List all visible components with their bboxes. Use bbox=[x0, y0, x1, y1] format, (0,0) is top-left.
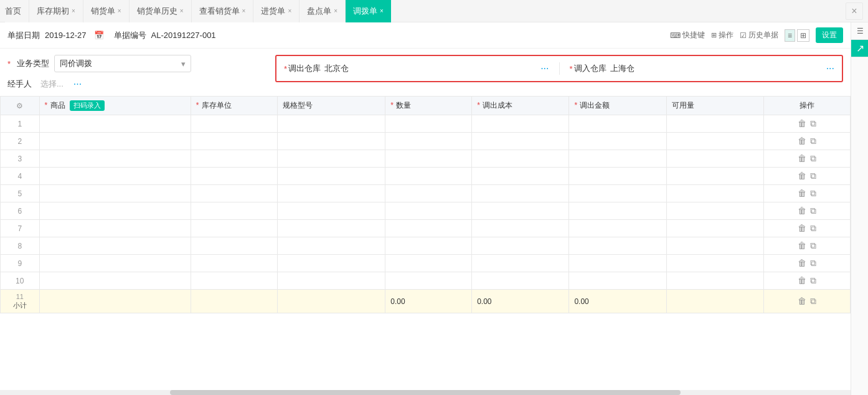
close-icon[interactable]: × bbox=[180, 7, 184, 14]
person-select[interactable]: 选择... bbox=[40, 79, 64, 90]
close-icon[interactable]: × bbox=[288, 7, 291, 14]
spec-cell[interactable] bbox=[277, 133, 385, 150]
copy-icon[interactable]: ⧉ bbox=[810, 171, 816, 181]
calendar-icon[interactable]: 📅 bbox=[94, 31, 104, 40]
delete-icon[interactable]: 🗑 bbox=[798, 240, 806, 251]
scan-button[interactable]: 扫码录入 bbox=[70, 100, 105, 111]
operation-button[interactable]: ⊞ 操作 bbox=[711, 30, 734, 40]
delete-icon[interactable]: 🗑 bbox=[798, 206, 806, 216]
copy-icon[interactable]: ⧉ bbox=[810, 188, 816, 199]
cost-cell[interactable] bbox=[472, 168, 569, 185]
scrollbar-thumb[interactable] bbox=[170, 390, 681, 395]
spec-cell[interactable] bbox=[277, 115, 385, 133]
copy-icon[interactable]: ⧉ bbox=[810, 153, 816, 164]
cost-cell[interactable] bbox=[472, 272, 569, 290]
copy-icon[interactable]: ⧉ bbox=[810, 258, 816, 269]
copy-icon[interactable]: ⧉ bbox=[810, 136, 816, 146]
tab-inventory-check[interactable]: 盘点单 × bbox=[300, 0, 346, 22]
tab-home[interactable]: 首页 bbox=[5, 0, 29, 22]
unit-cell[interactable] bbox=[191, 168, 277, 185]
unit-cell[interactable] bbox=[191, 255, 277, 272]
amount-cell[interactable] bbox=[569, 272, 666, 290]
qty-cell[interactable] bbox=[385, 202, 472, 220]
amount-cell[interactable] bbox=[569, 220, 666, 237]
delete-icon[interactable]: 🗑 bbox=[798, 171, 806, 181]
cost-cell[interactable] bbox=[472, 150, 569, 168]
cost-cell[interactable] bbox=[472, 220, 569, 237]
delete-icon[interactable]: 🗑 bbox=[798, 118, 806, 129]
cost-cell[interactable] bbox=[472, 255, 569, 272]
sidebar-list-icon[interactable]: ☰ bbox=[851, 22, 868, 40]
shortcut-button[interactable]: ⌨ 快捷键 bbox=[670, 30, 705, 40]
goods-cell[interactable] bbox=[39, 202, 191, 220]
copy-icon[interactable]: ⧉ bbox=[810, 206, 816, 216]
goods-cell[interactable] bbox=[39, 168, 191, 185]
person-more-icon[interactable]: ··· bbox=[73, 79, 82, 90]
unit-cell[interactable] bbox=[191, 237, 277, 255]
business-type-select[interactable]: 同价调拨 ▾ bbox=[54, 55, 191, 72]
copy-icon[interactable]: ⧉ bbox=[810, 223, 816, 234]
cost-cell[interactable] bbox=[472, 202, 569, 220]
layout-list-icon[interactable]: ≡ bbox=[785, 29, 795, 42]
tab-inventory-init[interactable]: 库存期初 × bbox=[29, 0, 83, 22]
unit-cell[interactable] bbox=[191, 185, 277, 202]
layout-grid-icon[interactable]: ⊞ bbox=[797, 29, 809, 42]
copy-icon[interactable]: ⧉ bbox=[810, 240, 816, 251]
delete-icon[interactable]: 🗑 bbox=[798, 296, 806, 307]
sidebar-export-icon[interactable]: ↗ bbox=[851, 40, 868, 57]
spec-cell[interactable] bbox=[277, 168, 385, 185]
tab-purchase-order[interactable]: 进货单 × bbox=[253, 0, 300, 22]
delete-icon[interactable]: 🗑 bbox=[798, 223, 806, 234]
horizontal-scrollbar[interactable] bbox=[0, 390, 851, 395]
cost-cell[interactable] bbox=[472, 185, 569, 202]
amount-cell[interactable] bbox=[569, 202, 666, 220]
delete-icon[interactable]: 🗑 bbox=[798, 258, 806, 269]
goods-cell[interactable] bbox=[39, 115, 191, 133]
spec-cell[interactable] bbox=[277, 272, 385, 290]
goods-cell[interactable] bbox=[39, 272, 191, 290]
close-icon-active[interactable]: × bbox=[380, 7, 384, 14]
goods-cell[interactable] bbox=[39, 237, 191, 255]
settings-button[interactable]: 设置 bbox=[816, 27, 843, 43]
tab-view-sales[interactable]: 查看销货单 × bbox=[192, 0, 254, 22]
col-header-settings[interactable]: ⚙ bbox=[1, 97, 40, 115]
spec-cell[interactable] bbox=[277, 255, 385, 272]
qty-cell[interactable] bbox=[385, 185, 472, 202]
unit-cell[interactable] bbox=[191, 272, 277, 290]
spec-cell[interactable] bbox=[277, 237, 385, 255]
history-button[interactable]: ☑ 历史单据 bbox=[740, 30, 778, 40]
delete-icon[interactable]: 🗑 bbox=[798, 275, 806, 286]
spec-cell[interactable] bbox=[277, 150, 385, 168]
close-icon[interactable]: × bbox=[242, 7, 246, 14]
goods-cell[interactable] bbox=[39, 185, 191, 202]
delete-icon[interactable]: 🗑 bbox=[798, 188, 806, 199]
amount-cell[interactable] bbox=[569, 150, 666, 168]
layout-toggle[interactable]: ≡ ⊞ bbox=[785, 29, 809, 42]
window-close-button[interactable]: × bbox=[846, 2, 863, 20]
goods-cell[interactable] bbox=[39, 150, 191, 168]
qty-cell[interactable] bbox=[385, 168, 472, 185]
cost-cell[interactable] bbox=[472, 237, 569, 255]
goods-cell[interactable] bbox=[39, 133, 191, 150]
cost-cell[interactable] bbox=[472, 115, 569, 133]
amount-cell[interactable] bbox=[569, 168, 666, 185]
copy-icon[interactable]: ⧉ bbox=[810, 118, 816, 129]
cost-cell[interactable] bbox=[472, 133, 569, 150]
amount-cell[interactable] bbox=[569, 185, 666, 202]
amount-cell[interactable] bbox=[569, 255, 666, 272]
qty-cell[interactable] bbox=[385, 115, 472, 133]
transfer-out-more-icon[interactable]: ··· bbox=[540, 63, 549, 74]
transfer-in-more-icon[interactable]: ··· bbox=[826, 63, 834, 74]
tab-transfer-order[interactable]: 调拨单 × bbox=[346, 0, 391, 22]
spec-cell[interactable] bbox=[277, 185, 385, 202]
unit-cell[interactable] bbox=[191, 115, 277, 133]
qty-cell[interactable] bbox=[385, 133, 472, 150]
qty-cell[interactable] bbox=[385, 150, 472, 168]
delete-icon[interactable]: 🗑 bbox=[798, 136, 806, 146]
qty-cell[interactable] bbox=[385, 220, 472, 237]
tab-sales-history[interactable]: 销货单历史 × bbox=[130, 0, 192, 22]
amount-cell[interactable] bbox=[569, 115, 666, 133]
unit-cell[interactable] bbox=[191, 150, 277, 168]
delete-icon[interactable]: 🗑 bbox=[798, 153, 806, 164]
copy-icon[interactable]: ⧉ bbox=[810, 296, 816, 307]
